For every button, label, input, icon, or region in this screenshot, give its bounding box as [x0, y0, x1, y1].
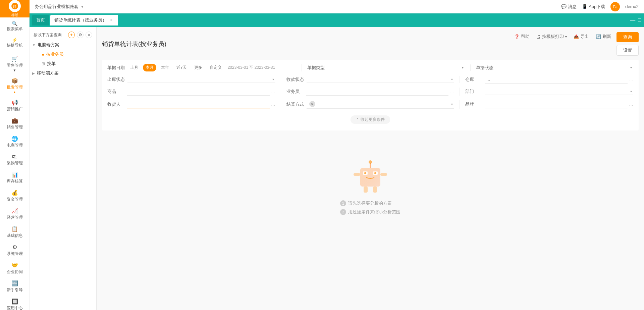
filter-consignee: 收货人 … [107, 100, 281, 108]
collapse-conditions-btn[interactable]: ⌃ 收起更多条件 [351, 115, 390, 124]
dept-select[interactable]: ▾ [485, 88, 633, 95]
sidebar-item-retail[interactable]: 🛒 零售管理 ▼ [0, 53, 29, 75]
svg-rect-9 [354, 173, 360, 176]
sidebar-item-marketing[interactable]: 📢 营销推广 [0, 97, 29, 115]
consignee-label: 收货人 [107, 101, 124, 107]
doc-type-arrow-icon: ▾ [462, 66, 464, 69]
payment-clear-btn[interactable]: × [309, 101, 315, 107]
consignee-more-icon[interactable]: … [271, 102, 275, 107]
message-btn[interactable]: 💬 消息 [561, 4, 577, 10]
by-order-label: 按单 [47, 61, 56, 67]
print-btn[interactable]: 🖨 按模板打印 ▾ [534, 32, 570, 41]
filter-row-1: 单据日期 上月 本月 本年 近7天 更多 自定义 2023-03-01 至 20… [107, 64, 633, 71]
consignee-input[interactable] [127, 100, 270, 108]
print-icon: 🖨 [536, 34, 541, 39]
sidebar-item-business[interactable]: 📈 经营管理 [0, 205, 29, 223]
add-scheme-btn[interactable]: + [68, 32, 75, 38]
date-btn-custom[interactable]: 自定义 [207, 64, 224, 71]
corp-icon: 🤝 [11, 262, 18, 268]
filter-warehouse: 仓库 … [465, 75, 633, 84]
tab-bar-actions: — □ [630, 17, 641, 23]
wholesale-icon: 📦 [11, 78, 18, 84]
date-btn-more[interactable]: 更多 [192, 64, 205, 71]
date-label: 单据日期 [107, 65, 125, 71]
sidebar-item-finance[interactable]: 💰 资金管理 [0, 187, 29, 205]
filter-brand: 品牌 … [465, 100, 633, 108]
date-btn-last-month[interactable]: 上月 [127, 64, 141, 71]
print-dropdown-icon: ▾ [565, 35, 567, 39]
date-btn-this-month[interactable]: 本月 [143, 64, 156, 71]
marketing-icon: 📢 [11, 99, 18, 106]
sidebar-search-btn[interactable]: 🔍 搜索菜单 [0, 17, 29, 35]
tree-item-pc[interactable]: ▼ 电脑端方案 [30, 40, 96, 50]
tree-item-by-salesman[interactable]: ● 按业务员 [38, 50, 96, 59]
user-name[interactable]: demo2 [625, 4, 639, 9]
left-panel-header: 按以下方案查询 + ⚙ « [30, 30, 96, 40]
settings-btn[interactable]: 设置 [616, 45, 639, 56]
warehouse-input[interactable] [485, 75, 628, 84]
sidebar-quick-nav-btn[interactable]: ⚡ 快捷导航 [0, 35, 29, 50]
sidebar-item-inventory[interactable]: 📊 库存核算 [0, 169, 29, 187]
tab-close-btn[interactable]: × [109, 17, 114, 23]
retail-arrow-icon: ▼ [13, 68, 16, 72]
right-panel: 销货单统计表(按业务员) ❓ 帮助 🖨 按模板打印 ▾ 📤 [97, 27, 644, 310]
tree-item-mobile[interactable]: ▶ 移动端方案 [30, 68, 96, 78]
tab-maximize-btn[interactable]: □ [638, 17, 641, 23]
sidebar-item-newuser[interactable]: 🆕 新手引导 [0, 277, 29, 296]
sidebar-item-wholesale[interactable]: 📦 批发管理 ▲ [0, 75, 29, 97]
export-btn[interactable]: 📤 导出 [571, 32, 592, 41]
sidebar-item-purchase[interactable]: 🛍 采购管理 [0, 151, 29, 169]
main-area: 办公用品行业模拟账套 ▾ 💬 消息 📱 App下载 Ea demo2 首页 销货… [30, 0, 644, 310]
warehouse-more-icon[interactable]: … [629, 77, 633, 82]
sales-icon: 💼 [11, 117, 18, 124]
doc-status-select[interactable]: ▾ [496, 64, 633, 71]
app-download-btn[interactable]: 📱 App下载 [582, 4, 605, 10]
tab-sales-report[interactable]: 销货单统计表（按业务员） × [50, 15, 118, 25]
collapse-bar: ⌃ 收起更多条件 [107, 113, 633, 126]
out-status-select[interactable]: ▾ [127, 76, 275, 83]
refresh-btn[interactable]: 🔄 刷新 [593, 32, 614, 41]
goods-input[interactable] [127, 88, 270, 96]
tab-home[interactable]: 首页 [32, 15, 49, 25]
top-header: 办公用品行业模拟账套 ▾ 💬 消息 📱 App下载 Ea demo2 [30, 0, 644, 13]
salesman-label: 业务员 [286, 89, 303, 95]
sidebar-item-basic[interactable]: 📋 基础信息 [0, 223, 29, 241]
filter-row-4: 收货人 … 结算方式 × ▾ 品牌 … [107, 100, 633, 109]
payment-select[interactable]: × ▾ [307, 100, 454, 109]
basic-icon: 📋 [11, 226, 18, 232]
sidebar-item-sales[interactable]: 💼 销售管理 [0, 115, 29, 133]
query-btn[interactable]: 查询 [616, 32, 639, 42]
empty-tips: 1 请先选择要分析的方案 2 用过滤条件来缩小分析范围 [340, 200, 400, 218]
tip2-num: 2 [340, 209, 346, 215]
query-settings-group: 查询 设置 [616, 32, 639, 56]
tab-minimize-btn[interactable]: — [630, 17, 635, 23]
doc-status-label: 单据状态 [476, 65, 493, 71]
date-btn-this-year[interactable]: 本年 [158, 64, 172, 71]
help-btn[interactable]: ❓ 帮助 [512, 32, 532, 41]
brand-input[interactable] [485, 100, 628, 108]
payment-arrow-icon: ▾ [451, 102, 453, 106]
settings-scheme-btn[interactable]: ⚙ [77, 32, 84, 38]
salesman-more-icon[interactable]: … [450, 89, 454, 94]
collapse-panel-btn[interactable]: « [86, 32, 92, 38]
sidebar-item-corp[interactable]: 🤝 企业协同 [0, 259, 29, 277]
svg-rect-12 [373, 187, 377, 193]
sidebar: 好 标版 🔍 搜索菜单 ⚡ 快捷导航 🛒 零售管理 ▼ 📦 批发管理 ▲ 📢 营… [0, 0, 30, 310]
logo-icon: 好 [9, 0, 21, 12]
sidebar-item-ecommerce[interactable]: 🌐 电商管理 [0, 133, 29, 151]
order-tree-icon: ⊞ [42, 61, 45, 66]
sidebar-item-system[interactable]: ⚙ 系统管理 [0, 241, 29, 259]
date-btn-7days[interactable]: 近7天 [174, 64, 190, 71]
brand-more-icon[interactable]: … [629, 102, 633, 107]
industry-label: 办公用品行业模拟账套 [35, 4, 78, 10]
tree-item-by-order[interactable]: ⊞ 按单 [38, 59, 96, 68]
goods-more-icon[interactable]: … [271, 89, 275, 94]
salesman-input[interactable] [306, 88, 449, 96]
receipt-status-select[interactable]: ▾ [307, 76, 454, 83]
user-avatar[interactable]: Ea [610, 2, 620, 11]
doc-type-select[interactable]: ▾ [327, 64, 465, 71]
dept-arrow-icon: ▾ [630, 90, 632, 93]
tree-pc-label: 电脑端方案 [38, 42, 59, 48]
sidebar-item-appcenter[interactable]: 🔲 应用中心 [0, 296, 29, 310]
industry-dropdown-icon[interactable]: ▾ [81, 4, 84, 9]
